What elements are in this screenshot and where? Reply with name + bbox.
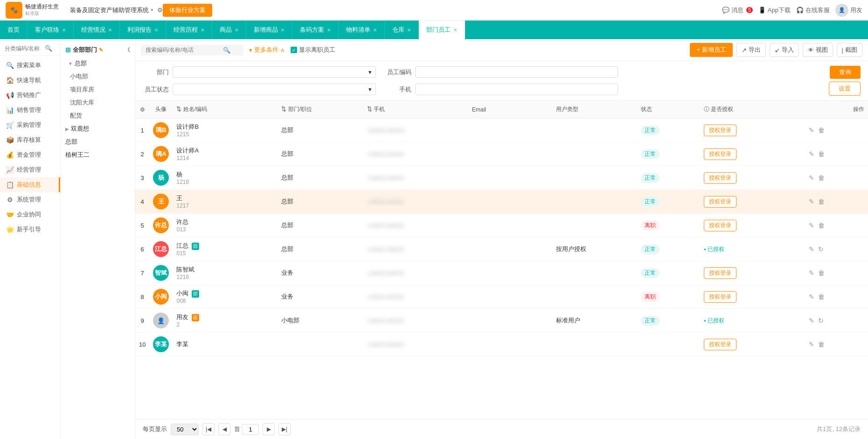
dept-item-warehouse[interactable]: 项目库房 — [63, 83, 135, 96]
th-settings[interactable]: ⚙ — [135, 101, 149, 118]
row6-sync-icon[interactable]: ↻ — [818, 245, 824, 253]
dept-item-distribution[interactable]: 配货 — [63, 109, 135, 122]
sidebar-item-purchase[interactable]: 🛒 采购管理 — [0, 118, 60, 132]
row10-delete-icon[interactable]: 🗑 — [818, 341, 825, 348]
filter-dept-select[interactable]: ▾ — [173, 66, 376, 78]
sidebar-item-inventory[interactable]: 📦 库存核算 — [0, 132, 60, 147]
settings-icon[interactable]: ⚙ — [157, 7, 163, 14]
show-resigned-toggle[interactable]: ✓ 显示离职员工 — [291, 46, 335, 54]
tab-barcode[interactable]: 条码方案 ✕ — [292, 21, 339, 39]
online-service-btn[interactable]: 🎧 在线客服 — [796, 6, 830, 14]
row9-edit-icon[interactable]: ✎ — [809, 317, 814, 324]
row2-auth-btn[interactable]: 授权登录 — [704, 148, 736, 160]
sidebar-item-finance[interactable]: 💰 资金管理 — [0, 147, 60, 162]
export-btn[interactable]: ↗ 导出 — [736, 43, 766, 57]
tab-new-goods-close[interactable]: ✕ — [281, 28, 285, 33]
tab-customer-close[interactable]: ✕ — [62, 28, 66, 33]
row3-delete-icon[interactable]: 🗑 — [818, 174, 825, 181]
row3-edit-icon[interactable]: ✎ — [809, 174, 814, 181]
tab-employee[interactable]: 部门员工 ✕ — [419, 21, 465, 39]
tab-goods-close[interactable]: ✕ — [235, 28, 238, 33]
row8-delete-icon[interactable]: 🗑 — [818, 293, 825, 300]
row8-edit-icon[interactable]: ✎ — [809, 293, 814, 300]
sidebar-search-input[interactable] — [5, 45, 42, 52]
import-btn[interactable]: ↙ 导入 — [770, 43, 799, 57]
row9-sync-icon[interactable]: ↻ — [818, 317, 824, 324]
tab-profit[interactable]: 利润报告 ✕ — [120, 21, 166, 39]
tab-customer[interactable]: 客户联络 ✕ — [28, 21, 74, 39]
message-btn[interactable]: 💬 消息 5 — [722, 6, 753, 14]
set-btn[interactable]: 设置 — [829, 82, 861, 96]
sidebar-search-icon[interactable]: 🔍 — [45, 45, 52, 52]
filter-status-select[interactable]: ▾ — [173, 84, 376, 95]
tab-warehouse-close[interactable]: ✕ — [407, 28, 411, 33]
row1-delete-icon[interactable]: 🗑 — [818, 126, 825, 134]
row10-edit-icon[interactable]: ✎ — [809, 341, 814, 348]
system-title-dropdown[interactable]: ▾ — [151, 7, 153, 13]
sidebar-item-basic[interactable]: 📋 基础信息 — [0, 177, 60, 192]
row5-edit-icon[interactable]: ✎ — [809, 222, 814, 229]
dept-collapse-btn[interactable]: 《 — [125, 46, 130, 54]
query-btn[interactable]: 查询 — [830, 66, 861, 79]
dept-group-zongbu[interactable]: 总部 — [61, 135, 135, 148]
dept-item-electronics[interactable]: 小电部 — [63, 70, 135, 83]
next-page-btn[interactable]: ▶ — [263, 423, 275, 435]
sidebar-item-system[interactable]: ⚙ 系统管理 — [0, 192, 60, 207]
dept-item-shenyang[interactable]: 沈阳大库 — [63, 96, 135, 109]
row3-auth-btn[interactable]: 授权登录 — [704, 172, 736, 184]
tab-operation-close[interactable]: ✕ — [108, 28, 112, 33]
tab-new-goods[interactable]: 新增商品 ✕ — [246, 21, 292, 39]
tab-home[interactable]: 首页 — [0, 21, 28, 39]
row8-auth-btn[interactable]: 授权登录 — [704, 291, 736, 303]
row5-delete-icon[interactable]: 🗑 — [818, 222, 825, 229]
row10-auth-btn[interactable]: 授权登录 — [704, 339, 736, 350]
row7-auth-btn[interactable]: 授权登录 — [704, 267, 736, 279]
show-resigned-checkbox[interactable]: ✓ — [291, 47, 297, 53]
tab-warehouse[interactable]: 仓库 ✕ — [385, 21, 419, 39]
search-input[interactable] — [146, 47, 220, 53]
row2-delete-icon[interactable]: 🗑 — [818, 150, 825, 158]
sidebar-item-search[interactable]: 🔍 搜索菜单 — [0, 58, 60, 73]
sidebar-item-guide[interactable]: 🌟 新手引导 — [0, 222, 60, 237]
row1-auth-btn[interactable]: 授权登录 — [704, 125, 736, 136]
app-download-btn[interactable]: 📱 App下载 — [758, 6, 791, 14]
tab-goods[interactable]: 商品 ✕ — [212, 21, 246, 39]
dept-edit-icon[interactable]: ✎ — [99, 47, 103, 53]
tab-profit-close[interactable]: ✕ — [154, 28, 158, 33]
filter-phone-input[interactable] — [415, 84, 618, 95]
tab-barcode-close[interactable]: ✕ — [327, 28, 331, 33]
page-size-select[interactable]: 50 100 — [171, 424, 199, 435]
filter-empcode-input[interactable] — [415, 66, 618, 78]
tab-history[interactable]: 经营历程 ✕ — [166, 21, 212, 39]
tab-employee-close[interactable]: ✕ — [453, 28, 457, 33]
prev-page-btn[interactable]: ◀ — [218, 423, 230, 435]
row7-edit-icon[interactable]: ✎ — [809, 269, 814, 277]
view-btn[interactable]: 👁 视图 — [803, 43, 833, 57]
row1-edit-icon[interactable]: ✎ — [809, 126, 814, 134]
th-dept[interactable]: ⇅ 部门/职位 — [278, 101, 363, 118]
sidebar-item-sales[interactable]: 📊 销售管理 — [0, 103, 60, 118]
row5-auth-btn[interactable]: 授权登录 — [704, 220, 736, 231]
row4-auth-btn[interactable]: 授权登录 — [704, 196, 736, 208]
user-area[interactable]: 👤 用友 — [835, 4, 862, 17]
tab-bom[interactable]: 物料清单 ✕ — [339, 21, 385, 39]
dept-group-general-label[interactable]: ▼ 总部 — [63, 57, 135, 70]
add-employee-btn[interactable]: + 新增员工 — [690, 43, 732, 57]
row6-edit-icon[interactable]: ✎ — [809, 245, 814, 253]
tab-history-close[interactable]: ✕ — [201, 28, 204, 33]
sidebar-item-marketing[interactable]: 📢 营销推广 — [0, 88, 60, 103]
dept-group-shuanglu[interactable]: ▶ 双鹿想 — [61, 122, 135, 135]
tab-bom-close[interactable]: ✕ — [373, 28, 377, 33]
sidebar-item-management[interactable]: 📈 经营管理 — [0, 162, 60, 177]
th-name[interactable]: ⇅ 姓名/编码 — [173, 101, 278, 118]
row7-delete-icon[interactable]: 🗑 — [818, 269, 825, 277]
sidebar-item-collab[interactable]: 🤝 企业协同 — [0, 207, 60, 222]
last-page-btn[interactable]: ▶| — [278, 423, 291, 435]
more-btn[interactable]: | 截图 — [837, 43, 862, 57]
trial-button[interactable]: 体验行业方案 — [163, 4, 212, 17]
more-filter-btn[interactable]: ▾ 更多条件 ∧ — [249, 46, 285, 54]
row4-delete-icon[interactable]: 🗑 — [818, 198, 825, 205]
row4-edit-icon[interactable]: ✎ — [809, 198, 814, 205]
tab-operation[interactable]: 经营情况 ✕ — [74, 21, 120, 39]
first-page-btn[interactable]: |◀ — [202, 423, 215, 435]
